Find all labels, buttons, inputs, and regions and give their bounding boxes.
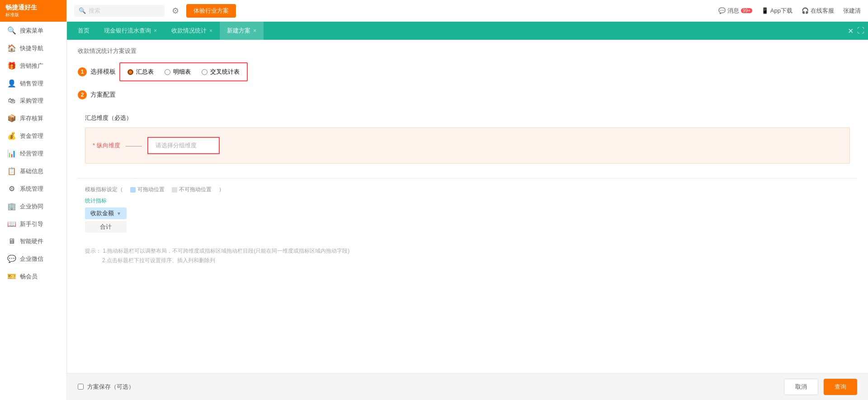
tab-home[interactable]: 首页 xyxy=(71,22,97,40)
sidebar-item-operations[interactable]: 📊经营管理 xyxy=(0,145,66,162)
topbar-right: 💬 消息 99+ 📱 App下载 🎧 在线客服 张建清 xyxy=(718,7,861,15)
template-section: 1 选择模板 汇总表 明细表 交叉统计表 xyxy=(78,62,857,81)
tips-section: 提示： 1.拖动标题栏可以调整布局，不可跨维度或指标区域拖动栏目段(只能在同一维… xyxy=(85,247,850,264)
sidebar-icon-smart-hardware: 🖥 xyxy=(7,237,16,245)
radio-cross-input[interactable] xyxy=(202,69,208,75)
tab-close-receipt-stats[interactable]: × xyxy=(209,28,212,34)
tab-close-bank-flow[interactable]: × xyxy=(154,28,157,34)
sidebar-item-quick-nav[interactable]: 🏠快捷导航 xyxy=(0,39,66,57)
tab-bank-flow[interactable]: 现金银行流水查询× xyxy=(97,22,164,40)
radio-cross[interactable]: 交叉统计表 xyxy=(202,68,240,76)
radio-summary[interactable]: 汇总表 xyxy=(127,68,154,76)
sidebar-item-beginner-guide[interactable]: 📖新手引导 xyxy=(0,215,66,233)
sidebar-item-membership[interactable]: 🎫畅会员 xyxy=(0,268,66,285)
tab-label-new-plan: 新建方案 xyxy=(227,27,250,35)
dimension-arrow: —— xyxy=(126,141,142,151)
tab-new-plan[interactable]: 新建方案× xyxy=(220,22,264,40)
gear-icon[interactable]: ⚙ xyxy=(172,6,179,16)
sidebar-label-basic-info: 基础信息 xyxy=(20,167,43,175)
sidebar-label-system: 系统管理 xyxy=(20,185,43,193)
tab-label-receipt-stats: 收款情况统计 xyxy=(171,27,207,35)
save-option: 方案保存（可选） xyxy=(78,383,134,391)
sidebar-item-enterprise-collab[interactable]: 🏢企业协同 xyxy=(0,198,66,215)
non-draggable-legend: 不可拖动位置 xyxy=(172,186,212,193)
close-all-icon[interactable]: ✕ xyxy=(848,27,854,35)
sidebar-item-system[interactable]: ⚙系统管理 xyxy=(0,180,66,198)
metrics-section: 模板指标设定（ 可拖动位置 不可拖动位置 ） 统计指标 xyxy=(78,179,857,272)
sidebar-icon-membership: 🎫 xyxy=(7,272,16,281)
sidebar-item-enterprise-wechat[interactable]: 💬企业微信 xyxy=(0,250,66,268)
sidebar-icon-marketing: 🎁 xyxy=(7,61,16,70)
search-placeholder: 搜索 xyxy=(89,7,100,15)
industry-solution-button[interactable]: 体验行业方案 xyxy=(186,4,236,18)
sidebar-label-smart-hardware: 智能硬件 xyxy=(20,237,43,245)
app-download-item[interactable]: 📱 App下载 xyxy=(761,7,793,15)
tip-2: 2.点击标题栏下拉可设置排序、插入列和删除列 xyxy=(85,257,850,264)
cancel-button[interactable]: 取消 xyxy=(784,379,818,395)
sidebar-item-smart-hardware[interactable]: 🖥智能硬件 xyxy=(0,233,66,250)
page-title: 收款情况统计方案设置 xyxy=(78,47,857,55)
section1-title: 选择模板 xyxy=(90,68,116,76)
sidebar-label-inventory: 库存核算 xyxy=(20,114,43,122)
tab-receipt-stats[interactable]: 收款情况统计× xyxy=(164,22,220,40)
sidebar-icon-purchase: 🛍 xyxy=(7,97,16,105)
dimension-subsection: 汇总维度（必选） 纵向维度 —— 请选择分组维度 xyxy=(78,107,857,178)
sidebar-icon-finance: 💰 xyxy=(7,132,16,140)
bottom-bar: 方案保存（可选） 取消 查询 xyxy=(67,373,868,400)
section1-header: 1 选择模板 汇总表 明细表 交叉统计表 xyxy=(78,62,857,81)
sidebar-label-purchase: 采购管理 xyxy=(20,97,43,105)
page-content: 收款情况统计方案设置 1 选择模板 汇总表 明细表 xyxy=(67,40,868,373)
radio-detail[interactable]: 明细表 xyxy=(165,68,191,76)
main-area: 🔍 搜索 ⚙ 体验行业方案 💬 消息 99+ 📱 App下载 🎧 在线客服 张建… xyxy=(67,0,868,400)
section2-title: 方案配置 xyxy=(90,91,116,99)
sidebar-item-search-menu[interactable]: 🔍搜索菜单 xyxy=(0,22,66,39)
save-checkbox[interactable] xyxy=(78,384,84,390)
metric-chip-revenue[interactable]: 收款金额 ▼ xyxy=(85,207,127,219)
radio-summary-input[interactable] xyxy=(127,69,133,75)
section2-number: 2 xyxy=(78,90,87,99)
user-item[interactable]: 张建清 xyxy=(843,7,861,15)
sidebar-label-enterprise-collab: 企业协同 xyxy=(20,202,43,211)
sidebar-item-marketing[interactable]: 🎁营销推广 xyxy=(0,57,66,75)
tab-close-new-plan[interactable]: × xyxy=(253,28,256,34)
sidebar-item-sales[interactable]: 👤销售管理 xyxy=(0,75,66,92)
search-box[interactable]: 🔍 搜索 xyxy=(74,5,165,17)
sidebar: 畅捷通好生 标准版 🔍搜索菜单🏠快捷导航🎁营销推广👤销售管理🛍采购管理📦库存核算… xyxy=(0,0,67,400)
metrics-title-text: 模板指标设定（ xyxy=(85,186,123,193)
notification-badge: 99+ xyxy=(741,8,752,13)
sidebar-label-quick-nav: 快捷导航 xyxy=(20,44,43,52)
config-section: 2 方案配置 汇总维度（必选） 纵向维度 —— 请选择分组维度 xyxy=(78,90,857,272)
logo-text: 畅捷通好生 xyxy=(5,4,37,11)
save-option-label: 方案保存（可选） xyxy=(87,383,134,391)
sidebar-label-marketing: 营销推广 xyxy=(20,62,43,70)
message-icon: 💬 xyxy=(718,7,726,14)
dimension-select[interactable]: 请选择分组维度 xyxy=(147,137,220,154)
sidebar-item-basic-info[interactable]: 📋基础信息 xyxy=(0,162,66,180)
sidebar-icon-inventory: 📦 xyxy=(7,114,16,122)
sidebar-logo: 畅捷通好生 标准版 xyxy=(0,0,66,22)
sidebar-label-sales: 销售管理 xyxy=(20,80,43,88)
notification-item[interactable]: 💬 消息 99+ xyxy=(718,7,752,15)
service-icon: 🎧 xyxy=(802,7,809,14)
draggable-dot xyxy=(130,187,136,193)
logo-subtext: 标准版 xyxy=(5,12,37,18)
sidebar-item-finance[interactable]: 💰资金管理 xyxy=(0,127,66,145)
non-draggable-dot xyxy=(172,187,177,193)
radio-detail-input[interactable] xyxy=(165,69,170,75)
sidebar-icon-system: ⚙ xyxy=(7,184,16,193)
sidebar-icon-enterprise-wechat: 💬 xyxy=(7,254,16,263)
search-icon: 🔍 xyxy=(79,7,86,14)
dimension-title: 汇总维度（必选） xyxy=(85,114,850,122)
dimension-area: 纵向维度 —— 请选择分组维度 xyxy=(85,127,850,164)
metrics-group-label: 统计指标 xyxy=(85,197,127,205)
maximize-icon[interactable]: ⛶ xyxy=(857,27,864,35)
sidebar-icon-quick-nav: 🏠 xyxy=(7,44,16,52)
metrics-container: 统计指标 收款金额 ▼ 合计 xyxy=(85,197,850,233)
query-button[interactable]: 查询 xyxy=(824,379,857,395)
sidebar-item-purchase[interactable]: 🛍采购管理 xyxy=(0,92,66,109)
online-service-item[interactable]: 🎧 在线客服 xyxy=(802,7,834,15)
content-area: 收款情况统计方案设置 1 选择模板 汇总表 明细表 xyxy=(67,40,868,373)
sidebar-item-inventory[interactable]: 📦库存核算 xyxy=(0,109,66,127)
metric-revenue-label: 收款金额 xyxy=(90,209,114,217)
non-draggable-label: 不可拖动位置 xyxy=(179,186,212,193)
